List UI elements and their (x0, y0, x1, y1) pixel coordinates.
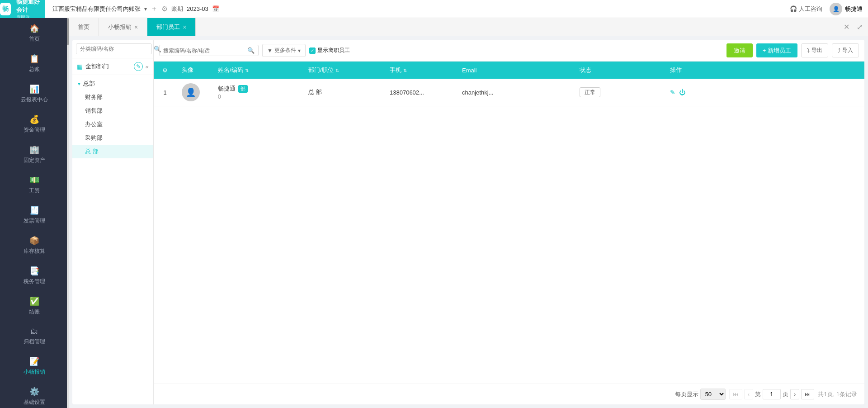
search-input[interactable] (163, 47, 245, 54)
edit-btn[interactable]: ✎ (670, 89, 675, 96)
dept-child-purchase[interactable]: 采购部 (72, 131, 153, 145)
dept-child-finance[interactable]: 财务部 (72, 90, 153, 104)
expense-icon: 📝 (29, 356, 39, 366)
sidebar-item-label: 工资 (29, 187, 40, 195)
first-page-btn[interactable]: ⏮ (729, 389, 742, 399)
prev-page-btn[interactable]: ‹ (744, 389, 753, 399)
invite-btn[interactable]: 邀请 (726, 43, 753, 57)
th-settings[interactable]: ⚙ (154, 62, 176, 79)
tab-dept-close[interactable]: × (183, 24, 186, 31)
filter-btn[interactable]: ▼ 更多条件 ▾ (262, 44, 306, 57)
action-btns: ✎ ⏻ (670, 89, 859, 96)
filter-icon: ▼ (267, 47, 273, 54)
sidebar-item-label: 库存核算 (24, 247, 45, 255)
arrow-icon: ▼ (77, 81, 81, 86)
service-btn[interactable]: 🎧 人工咨询 (790, 5, 822, 13)
sidebar-item-inventory[interactable]: 📦 库存核算 (0, 230, 69, 261)
th-dept[interactable]: 部门/职位⇅ (303, 62, 384, 79)
sidebar-item-label: 总账 (29, 66, 40, 73)
table-header-row: ⚙ 头像 姓名/编码⇅ 部门/职位⇅ 手机⇅ Email 状态 操作 (154, 62, 864, 79)
checkout-icon: ✅ (29, 296, 39, 306)
add-employee-btn[interactable]: + 新增员工 (756, 43, 797, 57)
dept-child-office[interactable]: 办公室 (72, 118, 153, 131)
th-status: 状态 (574, 62, 665, 79)
table-body: 1 👤 畅捷通 部 (154, 79, 864, 106)
home-icon: 🏠 (29, 24, 39, 33)
content-area: 首页 小畅报销 × 部门员工 × ✕ ⤢ 🔍 (69, 18, 868, 408)
scroll-thumb (67, 18, 69, 45)
tab-expense[interactable]: 小畅报销 × (99, 18, 147, 36)
dept-collapse-btn[interactable]: « (146, 63, 149, 70)
capital-icon: 💰 (29, 114, 39, 124)
dept-tree: ▼总部 财务部 销售部 办公室 采购部 总 部 (72, 75, 153, 404)
import-btn[interactable]: ⤴ 导入 (832, 43, 859, 57)
add-company-btn[interactable]: ＋ (151, 4, 158, 14)
import-label: 导入 (842, 47, 853, 54)
delete-btn[interactable]: ⏻ (679, 89, 685, 96)
user-info[interactable]: 👤 畅捷通 (830, 3, 863, 15)
dept-child-sales[interactable]: 销售部 (72, 104, 153, 118)
dept-edit-btn[interactable]: ✎ (134, 62, 143, 71)
row-avatar-cell: 👤 (176, 79, 212, 106)
per-page-select[interactable]: 50 100 200 (700, 389, 726, 400)
dept-group-hq[interactable]: ▼总部 (72, 77, 153, 90)
sidebar-item-ledger[interactable]: 📋 总账 (0, 48, 69, 79)
toolbar-right: 邀请 + 新增员工 ⤵ 导出 ⤴ 导入 (726, 43, 859, 57)
search-box: 🔍 (159, 45, 259, 56)
filter-label: 更多条件 (274, 47, 296, 54)
tab-dept[interactable]: 部门员工 × (147, 18, 196, 36)
scroll-indicator (67, 18, 69, 408)
company-name: 江西服宝精品有限责任公司内账张 (52, 5, 141, 13)
status-badge: 正常 (580, 87, 600, 97)
search-icon[interactable]: 🔍 (247, 47, 255, 54)
sidebar-item-capital[interactable]: 💰 资金管理 (0, 109, 69, 139)
tab-expense-label: 小畅报销 (108, 23, 132, 31)
calendar-icon[interactable]: 📅 (212, 5, 219, 12)
dept-search-input[interactable] (76, 43, 152, 54)
name-row: 畅捷通 部 (218, 85, 297, 93)
tab-home[interactable]: 首页 (69, 18, 99, 36)
sidebar-item-tax[interactable]: 📑 税务管理 (0, 261, 69, 291)
per-page-label: 每页显示 (675, 390, 698, 399)
sidebar-item-home[interactable]: 🏠 首页 (0, 18, 69, 48)
sidebar-item-label: 基础设置 (24, 399, 45, 406)
invoice-icon: 🧾 (29, 205, 39, 215)
dept-child-general[interactable]: 总 部 (72, 145, 153, 158)
page-suffix: 页 (783, 390, 788, 399)
main-layout: 🏠 首页 📋 总账 📊 云报表中心 💰 资金管理 🏢 固定资产 💵 工资 🧾 发… (0, 18, 868, 408)
sidebar-item-checkout[interactable]: ✅ 结账 (0, 291, 69, 321)
total-info: 共1页, 1条记录 (818, 390, 857, 399)
sidebar-item-invoice[interactable]: 🧾 发票管理 (0, 200, 69, 230)
sidebar-item-label: 资金管理 (24, 126, 45, 134)
chevron-down-icon: ▾ (298, 47, 301, 54)
all-dept-label: 全部部门 (85, 62, 131, 71)
th-name[interactable]: 姓名/编码⇅ (212, 62, 303, 79)
sidebar-item-expense[interactable]: 📝 小畅报销 (0, 351, 69, 381)
show-resigned-label: 显示离职员工 (317, 47, 350, 54)
next-page-btn[interactable]: › (790, 389, 799, 399)
page-input[interactable] (763, 389, 781, 399)
user-name: 畅捷通 (845, 5, 863, 13)
last-page-btn[interactable]: ⏭ (801, 389, 814, 399)
pagination: 每页显示 50 100 200 ⏮ ‹ 第 页 › (154, 384, 864, 404)
sidebar-item-archive[interactable]: 🗂 归档管理 (0, 321, 69, 351)
show-resigned-toggle[interactable]: ✓ 显示离职员工 (309, 47, 350, 54)
th-phone[interactable]: 手机⇅ (384, 62, 457, 79)
export-btn[interactable]: ⤵ 导出 (801, 43, 828, 57)
checkbox-icon: ✓ (309, 47, 316, 54)
tab-actions: ✕ ⤢ (842, 21, 868, 33)
page-nav: ⏮ ‹ 第 页 › ⏭ (729, 389, 815, 399)
close-tab-btn[interactable]: ✕ (842, 21, 851, 33)
settings-btn[interactable]: ⚙ (161, 5, 168, 13)
company-dropdown-btn[interactable]: ▾ (144, 6, 147, 12)
tab-expense-close[interactable]: × (134, 24, 138, 31)
sidebar-item-reports[interactable]: 📊 云报表中心 (0, 79, 69, 109)
assets-icon: 🏢 (29, 145, 39, 155)
sidebar-item-settings[interactable]: ⚙️ 基础设置 (0, 381, 69, 408)
dept-header: ▦ 全部部门 ✎ « (72, 58, 153, 75)
expand-tab-btn[interactable]: ⤢ (855, 21, 864, 33)
sidebar-item-salary[interactable]: 💵 工资 (0, 170, 69, 200)
grid-icon: ▦ (77, 63, 83, 70)
sidebar-item-assets[interactable]: 🏢 固定资产 (0, 139, 69, 170)
logo: 畅 畅捷通好会计 旗舰版 (0, 0, 45, 18)
